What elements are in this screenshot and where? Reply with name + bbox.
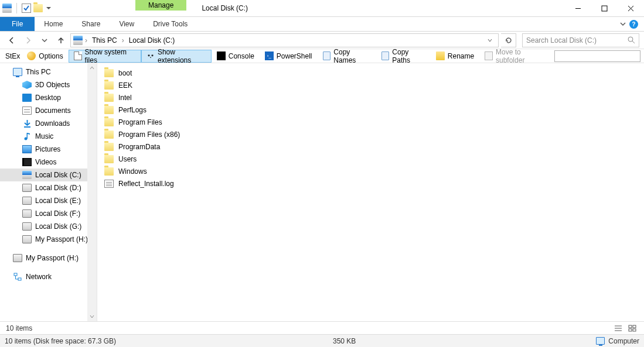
file-tab[interactable]: File xyxy=(0,17,35,31)
subfolder-name-input[interactable] xyxy=(554,50,640,62)
powershell-button[interactable]: ›_ PowerShell xyxy=(260,50,318,63)
scroll-up-icon[interactable] xyxy=(87,63,97,73)
view-tab[interactable]: View xyxy=(110,17,144,31)
list-item[interactable]: Program Files (x86) xyxy=(104,128,644,140)
tree-documents[interactable]: Documents xyxy=(0,104,97,117)
manage-tab-header[interactable]: Manage xyxy=(135,0,186,11)
list-item[interactable]: boot xyxy=(104,67,644,79)
scroll-down-icon[interactable] xyxy=(87,312,97,321)
window-title: Local Disk (C:) xyxy=(202,4,248,12)
refresh-button[interactable] xyxy=(501,33,516,47)
svg-rect-11 xyxy=(18,278,21,280)
list-item[interactable]: Windows xyxy=(104,165,644,177)
tree-this-pc[interactable]: This PC xyxy=(0,66,97,78)
list-item[interactable]: Intel xyxy=(104,91,644,104)
qat-new-folder-icon[interactable] xyxy=(33,4,43,12)
tree-music[interactable]: Music xyxy=(0,130,97,143)
address-icon xyxy=(73,36,83,45)
tree-label: Pictures xyxy=(35,145,60,153)
console-button[interactable]: Console xyxy=(212,50,260,63)
chevron-right-icon[interactable]: › xyxy=(122,36,124,44)
maximize-button[interactable] xyxy=(591,0,618,16)
minimize-button[interactable] xyxy=(565,0,591,16)
tree-label: Local Disk (F:) xyxy=(35,209,80,218)
pc-icon xyxy=(13,68,22,76)
folder-icon xyxy=(104,81,114,90)
app-icon xyxy=(2,4,12,13)
cube-icon xyxy=(22,81,32,89)
drive-tools-tab[interactable]: Drive Tools xyxy=(144,17,197,31)
search-icon xyxy=(628,36,635,44)
show-system-files-toggle[interactable]: Show system files xyxy=(69,50,141,63)
tree-local-disk-e[interactable]: Local Disk (E:) xyxy=(0,194,97,207)
tree-pictures[interactable]: Pictures xyxy=(0,143,97,156)
list-item[interactable]: Program Files xyxy=(104,116,644,128)
forward-button[interactable] xyxy=(21,33,35,47)
tree-3d-objects[interactable]: 3D Objects xyxy=(0,78,97,91)
share-tab[interactable]: Share xyxy=(72,17,110,31)
list-item[interactable]: Users xyxy=(104,153,644,165)
tree-network[interactable]: Network xyxy=(0,270,97,283)
recent-locations-button[interactable] xyxy=(38,33,52,47)
rename-button[interactable]: Rename xyxy=(431,50,479,63)
tree-scrollbar[interactable] xyxy=(87,63,97,321)
copy-names-label: Copy Names xyxy=(333,48,370,64)
details-view-button[interactable] xyxy=(612,324,624,333)
folder-icon xyxy=(104,118,114,126)
large-icons-view-button[interactable] xyxy=(626,324,638,333)
up-button[interactable] xyxy=(54,33,68,47)
qat-properties-check[interactable] xyxy=(22,4,31,13)
show-extensions-toggle[interactable]: *.* Show extensions xyxy=(141,50,212,63)
pictures-icon xyxy=(22,145,32,153)
drive-icon xyxy=(22,197,32,205)
chevron-right-icon[interactable]: › xyxy=(85,36,87,44)
close-button[interactable] xyxy=(618,0,644,16)
drive-icon xyxy=(22,184,32,192)
copy-names-button[interactable]: Copy Names xyxy=(318,50,376,63)
back-button[interactable] xyxy=(5,33,19,47)
list-item[interactable]: Reflect_Install.log xyxy=(104,177,644,190)
copy-paths-button[interactable]: Copy Paths xyxy=(376,50,431,63)
tree-videos[interactable]: Videos xyxy=(0,156,97,169)
tree-my-passport-2[interactable]: My Passport (H:) xyxy=(0,252,97,264)
document-icon xyxy=(22,106,32,115)
address-bar[interactable]: › This PC › Local Disk (C:) xyxy=(70,33,499,47)
tree-local-disk-c[interactable]: Local Disk (C:) xyxy=(0,169,97,181)
move-to-subfolder-button: Move to subfolder xyxy=(479,50,552,63)
navigation-bar: › This PC › Local Disk (C:) Search Local… xyxy=(0,32,644,49)
tree-my-passport-1[interactable]: My Passport (H:) xyxy=(0,233,97,246)
svg-line-6 xyxy=(632,41,635,43)
network-icon xyxy=(13,273,22,281)
ribbon-tabs: File Home Share View Drive Tools ? xyxy=(0,17,644,32)
address-dropdown-icon[interactable] xyxy=(484,36,496,44)
console-label: Console xyxy=(229,52,254,60)
help-button[interactable]: ? xyxy=(629,20,638,29)
subfolder-icon xyxy=(485,51,493,60)
list-item[interactable]: ProgramData xyxy=(104,140,644,153)
tree-local-disk-d[interactable]: Local Disk (D:) xyxy=(0,181,97,194)
ribbon-expand-icon[interactable] xyxy=(620,21,626,27)
file-name: ProgramData xyxy=(118,143,160,151)
tree-label: Music xyxy=(35,132,53,140)
breadcrumb-this-pc[interactable]: This PC xyxy=(90,36,120,44)
list-item[interactable]: PerfLogs xyxy=(104,104,644,116)
item-count: 10 items xyxy=(6,324,32,332)
tree-downloads[interactable]: Downloads xyxy=(0,117,97,130)
qat-customize-icon[interactable] xyxy=(46,7,51,9)
tree-label: Videos xyxy=(35,158,56,166)
tree-desktop[interactable]: Desktop xyxy=(0,91,97,104)
file-name: Users xyxy=(118,155,137,163)
search-box[interactable]: Search Local Disk (C:) xyxy=(522,33,639,47)
options-button[interactable]: Options xyxy=(22,50,68,63)
list-item[interactable]: EEK xyxy=(104,79,644,91)
show-system-label: Show system files xyxy=(85,48,137,64)
tree-local-disk-f[interactable]: Local Disk (F:) xyxy=(0,207,97,220)
breadcrumb-local-disk[interactable]: Local Disk (C:) xyxy=(127,36,178,44)
file-list[interactable]: boot EEK Intel PerfLogs Program Files Pr… xyxy=(97,63,644,321)
folder-icon xyxy=(104,167,114,176)
tree-local-disk-g[interactable]: Local Disk (G:) xyxy=(0,220,97,233)
file-name: Program Files xyxy=(118,118,162,126)
home-tab[interactable]: Home xyxy=(35,17,72,31)
folder-icon xyxy=(104,106,114,114)
tree-label: Network xyxy=(26,273,52,281)
